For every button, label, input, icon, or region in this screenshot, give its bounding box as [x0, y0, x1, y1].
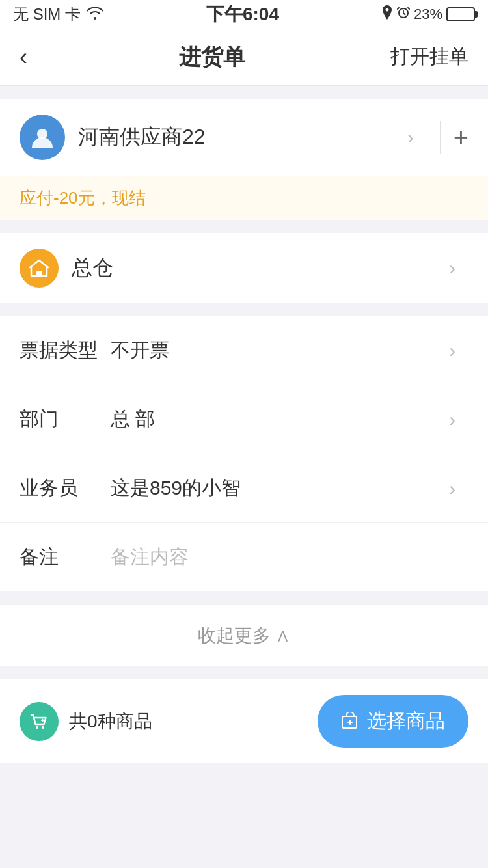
- supplier-name: 河南供应商22: [78, 123, 407, 152]
- battery-icon: [446, 7, 475, 21]
- invoice-type-row[interactable]: 票据类型 不开票 ›: [0, 316, 488, 385]
- remark-row[interactable]: 备注 备注内容: [0, 523, 488, 591]
- status-right: 23%: [381, 5, 475, 23]
- bottom-bar: 共0种商品 选择商品: [0, 679, 488, 763]
- back-button[interactable]: ‹: [20, 37, 34, 77]
- warehouse-icon: [20, 249, 59, 288]
- chevron-right-icon: ›: [407, 126, 414, 148]
- svg-point-4: [42, 726, 44, 729]
- section-gap-2: [0, 220, 488, 233]
- salesman-chevron-icon: ›: [449, 478, 455, 500]
- status-bar: 无 SIM 卡 下午6:04 23%: [0, 0, 488, 29]
- warehouse-chevron-icon: ›: [449, 257, 455, 279]
- dept-value: 总 部: [98, 406, 449, 433]
- wifi-icon: [86, 5, 104, 23]
- supplier-row[interactable]: 河南供应商22 › +: [0, 99, 488, 176]
- notice-bar: 应付-20元，现结: [0, 176, 488, 220]
- salesman-label: 业务员: [20, 475, 98, 502]
- product-count-text: 共0种商品: [69, 709, 152, 734]
- battery-percent: 23%: [414, 6, 442, 23]
- page-title: 进货单: [179, 42, 245, 72]
- remark-input[interactable]: 备注内容: [98, 544, 468, 571]
- warehouse-name: 总仓: [72, 254, 449, 282]
- department-row[interactable]: 部门 总 部 ›: [0, 385, 488, 454]
- warehouse-row[interactable]: 总仓 ›: [0, 233, 488, 303]
- supplier-avatar: [20, 115, 65, 160]
- dept-chevron-icon: ›: [449, 409, 455, 431]
- svg-rect-2: [36, 271, 42, 276]
- select-goods-label: 选择商品: [367, 708, 445, 735]
- section-gap-1: [0, 86, 488, 99]
- select-goods-button[interactable]: 选择商品: [318, 695, 468, 748]
- invoice-chevron-icon: ›: [449, 340, 455, 362]
- cart-icon: [20, 702, 59, 741]
- open-pending-button[interactable]: 打开挂单: [390, 44, 468, 70]
- notice-text: 应付-20元，现结: [20, 188, 146, 208]
- carrier-label: 无 SIM 卡: [13, 4, 81, 25]
- salesman-value: 这是859的小智: [98, 475, 449, 502]
- divider: [440, 121, 441, 154]
- dept-label: 部门: [20, 406, 98, 433]
- svg-point-3: [36, 726, 38, 729]
- product-count-area: 共0种商品: [20, 702, 152, 741]
- alarm-icon: [397, 5, 410, 23]
- invoice-label: 票据类型: [20, 337, 98, 364]
- status-time: 下午6:04: [206, 2, 279, 27]
- invoice-value: 不开票: [98, 337, 449, 364]
- remark-label: 备注: [20, 544, 98, 571]
- rest-background: [0, 763, 488, 868]
- collapse-button[interactable]: 收起更多 ∧: [198, 623, 291, 648]
- supplier-card: 河南供应商22 › + 应付-20元，现结: [0, 99, 488, 220]
- nav-bar: ‹ 进货单 打开挂单: [0, 29, 488, 86]
- collapse-row[interactable]: 收起更多 ∧: [0, 604, 488, 666]
- salesman-row[interactable]: 业务员 这是859的小智 ›: [0, 454, 488, 523]
- location-icon: [381, 5, 393, 23]
- add-supplier-button[interactable]: +: [454, 123, 468, 152]
- status-left: 无 SIM 卡: [13, 4, 104, 25]
- form-section: 票据类型 不开票 › 部门 总 部 › 业务员 这是859的小智 › 备注 备注…: [0, 316, 488, 591]
